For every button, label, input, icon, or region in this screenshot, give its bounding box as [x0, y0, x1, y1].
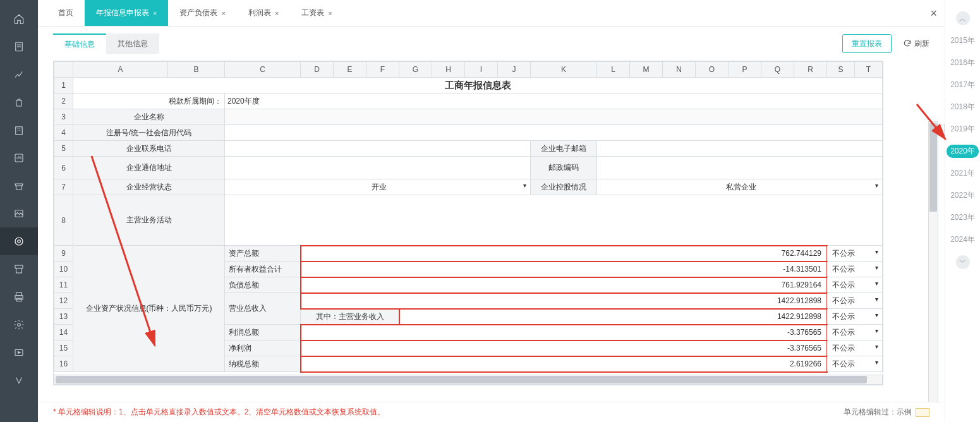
sidebar-video-icon[interactable] [0, 339, 38, 366]
row-header[interactable]: 15 [54, 341, 73, 356]
value-cell[interactable]: 761.929164 [301, 277, 827, 293]
cell[interactable] [225, 157, 531, 179]
value-cell[interactable]: 1422.912898 [399, 309, 827, 325]
holding-dropdown[interactable]: 私营企业 [597, 179, 883, 195]
row-header[interactable]: 12 [54, 293, 73, 309]
value-cell[interactable]: -3.376565 [301, 325, 827, 341]
value-cell[interactable]: 1422.912898 [301, 293, 827, 309]
row-header[interactable]: 8 [54, 195, 73, 246]
sidebar-archive-icon[interactable] [0, 255, 38, 283]
sidebar-image-icon[interactable] [0, 200, 38, 227]
tab-annual-report[interactable]: 年报信息申报表× [85, 0, 168, 26]
col-header[interactable]: R [794, 62, 827, 78]
cell[interactable] [225, 141, 531, 157]
col-header[interactable]: H [432, 62, 465, 78]
tab-home[interactable]: 首页 [47, 0, 85, 26]
visibility-dropdown[interactable]: 不公示 [827, 356, 883, 372]
year-option[interactable]: 2022年 [947, 189, 979, 202]
col-header[interactable]: P [729, 62, 761, 78]
col-header[interactable]: O [696, 62, 729, 78]
cell[interactable] [225, 195, 883, 246]
close-icon[interactable]: × [221, 9, 225, 17]
col-header[interactable]: S [827, 62, 855, 78]
year-scroll-down-icon[interactable]: ︾ [956, 255, 970, 269]
row-header[interactable]: 7 [54, 179, 73, 195]
sidebar-report-icon[interactable] [0, 144, 38, 172]
row-header[interactable]: 16 [54, 356, 73, 372]
cell[interactable] [597, 157, 883, 179]
cell[interactable] [225, 109, 883, 125]
sidebar-home-icon[interactable] [0, 5, 38, 33]
col-header[interactable]: N [663, 62, 696, 78]
col-header[interactable]: L [597, 62, 630, 78]
collapse-panel-icon[interactable]: « [937, 124, 945, 135]
tab-salary[interactable]: 工资表× [290, 0, 343, 26]
col-header[interactable]: K [531, 62, 597, 78]
visibility-dropdown[interactable]: 不公示 [827, 262, 883, 277]
row-header[interactable]: 1 [54, 78, 73, 93]
sidebar-settings-icon[interactable] [0, 311, 38, 339]
year-option[interactable]: 2024年 [947, 233, 979, 246]
sidebar-building-icon[interactable] [0, 116, 38, 144]
refresh-button[interactable]: 刷新 [903, 39, 929, 49]
status-dropdown[interactable]: 开业 [225, 179, 531, 195]
corner-cell[interactable] [54, 62, 73, 78]
close-icon[interactable]: × [153, 9, 157, 17]
year-option[interactable]: 2018年 [947, 100, 979, 114]
year-option[interactable]: 2021年 [947, 167, 979, 180]
sidebar-v-icon[interactable] [0, 366, 38, 394]
cell[interactable] [597, 141, 883, 157]
year-option[interactable]: 2016年 [947, 56, 979, 69]
row-header[interactable]: 6 [54, 157, 73, 179]
year-scroll-up-icon[interactable]: ︽ [956, 11, 970, 25]
col-header[interactable]: I [465, 62, 498, 78]
row-header[interactable]: 11 [54, 277, 73, 293]
value-cell[interactable]: 762.744129 [301, 246, 827, 262]
value-cell[interactable]: 2.619266 [301, 356, 827, 372]
row-header[interactable]: 13 [54, 309, 73, 325]
close-all-icon[interactable]: × [930, 6, 937, 20]
reset-button[interactable]: 重置报表 [842, 34, 892, 53]
visibility-dropdown[interactable]: 不公示 [827, 309, 883, 325]
sidebar-bag-icon[interactable] [0, 88, 38, 116]
row-header[interactable]: 2 [54, 93, 73, 109]
year-option[interactable]: 2019年 [947, 123, 979, 136]
col-header[interactable]: G [399, 62, 432, 78]
vertical-scrollbar[interactable] [928, 121, 938, 402]
row-header[interactable]: 3 [54, 109, 73, 125]
tab-balance-sheet[interactable]: 资产负债表× [168, 0, 236, 26]
subtab-other[interactable]: 其他信息 [106, 33, 159, 54]
col-header[interactable]: C [225, 62, 301, 78]
row-header[interactable]: 5 [54, 141, 73, 157]
col-header[interactable]: Q [761, 62, 794, 78]
year-option[interactable]: 2017年 [947, 78, 979, 92]
tab-profit[interactable]: 利润表× [237, 0, 290, 26]
visibility-dropdown[interactable]: 不公示 [827, 341, 883, 356]
row-header[interactable]: 4 [54, 125, 73, 141]
visibility-dropdown[interactable]: 不公示 [827, 277, 883, 293]
col-header[interactable]: M [630, 62, 663, 78]
col-header[interactable]: F [366, 62, 399, 78]
row-header[interactable]: 14 [54, 325, 73, 341]
col-header[interactable]: E [334, 62, 366, 78]
year-option-active[interactable]: 2020年 [947, 145, 979, 158]
visibility-dropdown[interactable]: 不公示 [827, 325, 883, 341]
col-header[interactable]: J [498, 62, 531, 78]
close-icon[interactable]: × [328, 9, 332, 17]
cell[interactable] [225, 125, 883, 141]
visibility-dropdown[interactable]: 不公示 [827, 293, 883, 309]
visibility-dropdown[interactable]: 不公示 [827, 246, 883, 262]
value-cell[interactable]: -14.313501 [301, 262, 827, 277]
sidebar-doc-icon[interactable] [0, 33, 38, 61]
sidebar-shop-icon[interactable] [0, 172, 38, 200]
col-header[interactable]: A [73, 62, 168, 78]
year-option[interactable]: 2015年 [947, 34, 979, 47]
spreadsheet[interactable]: A B C D E F G H I J K L M N O [53, 61, 883, 385]
subtab-basic[interactable]: 基础信息 [53, 33, 106, 54]
sidebar-stamp-icon[interactable] [0, 227, 38, 255]
value-cell[interactable]: -3.376565 [301, 341, 827, 356]
row-header[interactable]: 9 [54, 246, 73, 262]
close-icon[interactable]: × [275, 9, 279, 17]
col-header[interactable]: T [855, 62, 883, 78]
sidebar-chart-icon[interactable] [0, 61, 38, 88]
